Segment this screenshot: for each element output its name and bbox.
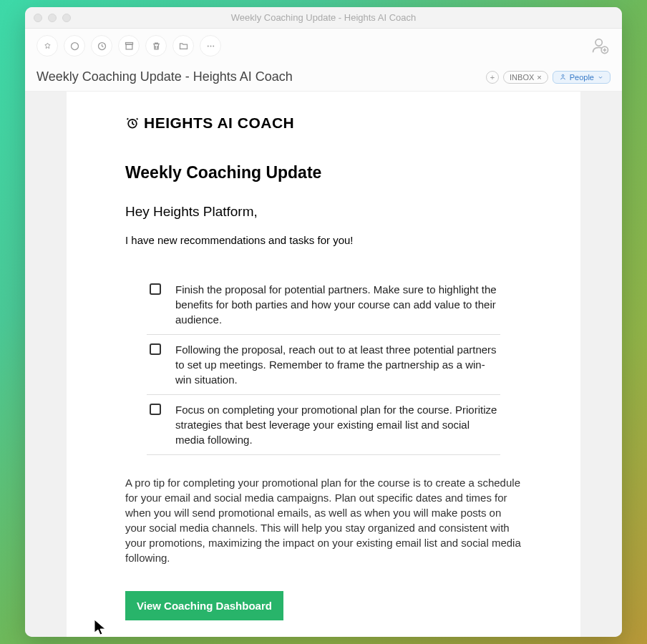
snooze-button[interactable] xyxy=(91,35,112,57)
subject-line: Weekly Coaching Update - Heights AI Coac… xyxy=(37,69,486,84)
svg-point-9 xyxy=(562,74,564,77)
circle-icon xyxy=(69,41,80,52)
contact-button[interactable] xyxy=(590,36,610,56)
people-tag[interactable]: People xyxy=(553,71,610,84)
person-add-icon xyxy=(590,36,610,56)
pin-button[interactable] xyxy=(37,35,58,57)
app-window: Weekly Coaching Update - Heights AI Coac… xyxy=(25,7,622,637)
task-list: Finish the proposal for potential partne… xyxy=(147,275,500,455)
close-window-icon[interactable] xyxy=(34,14,42,22)
folder-icon xyxy=(178,41,189,52)
task-text: Following the proposal, reach out to at … xyxy=(175,342,497,387)
clock-icon xyxy=(97,41,107,52)
trash-icon xyxy=(151,41,162,52)
titlebar: Weekly Coaching Update - Heights AI Coac… xyxy=(25,7,622,29)
archive-icon xyxy=(124,41,135,52)
svg-point-0 xyxy=(71,42,78,49)
checkbox-icon[interactable] xyxy=(150,343,161,355)
checkbox-icon[interactable] xyxy=(150,404,161,415)
header-row: Weekly Coaching Update - Heights AI Coac… xyxy=(25,63,622,92)
more-button[interactable] xyxy=(200,35,221,57)
brand-text: HEIGHTS AI COACH xyxy=(144,114,294,132)
maximize-window-icon[interactable] xyxy=(62,14,71,22)
svg-point-7 xyxy=(595,39,602,46)
trash-button[interactable] xyxy=(145,35,167,57)
person-icon xyxy=(559,73,567,81)
traffic-lights xyxy=(34,14,71,22)
task-row: Focus on completing your promotional pla… xyxy=(147,395,500,455)
task-text: Focus on completing your promotional pla… xyxy=(175,402,497,447)
mark-read-button[interactable] xyxy=(64,35,85,57)
protip-text: A pro tip for completing your promotiona… xyxy=(125,475,522,565)
email-content: HEIGHTS AI COACH Weekly Coaching Update … xyxy=(25,92,622,637)
greeting: Hey Heights Platform, xyxy=(125,204,522,220)
email-title: Weekly Coaching Update xyxy=(125,163,522,182)
alarm-icon xyxy=(125,116,140,130)
brand-logo: HEIGHTS AI COACH xyxy=(125,114,522,132)
svg-rect-3 xyxy=(126,44,132,49)
svg-point-4 xyxy=(207,45,208,47)
chevron-down-icon xyxy=(597,74,604,81)
tags: + INBOX × People xyxy=(486,71,610,84)
svg-point-5 xyxy=(210,45,211,47)
archive-button[interactable] xyxy=(118,35,140,57)
task-row: Following the proposal, reach out to at … xyxy=(147,335,500,395)
people-tag-label: People xyxy=(570,73,594,82)
task-row: Finish the proposal for potential partne… xyxy=(147,275,500,335)
intro-text: I have new recommendations and tasks for… xyxy=(125,234,522,246)
close-icon: × xyxy=(537,73,541,82)
minimize-window-icon[interactable] xyxy=(48,14,57,22)
toolbar xyxy=(25,29,622,63)
folder-button[interactable] xyxy=(172,35,194,57)
inbox-tag[interactable]: INBOX × xyxy=(503,71,548,84)
window-title: Weekly Coaching Update - Heights AI Coac… xyxy=(25,12,622,23)
inbox-tag-label: INBOX xyxy=(510,73,534,82)
add-tag-button[interactable]: + xyxy=(486,71,499,84)
task-text: Finish the proposal for potential partne… xyxy=(175,282,497,327)
view-dashboard-button[interactable]: View Coaching Dashboard xyxy=(125,591,283,620)
checkbox-icon[interactable] xyxy=(150,283,161,295)
email-body: HEIGHTS AI COACH Weekly Coaching Update … xyxy=(67,92,580,637)
more-icon xyxy=(205,41,216,52)
pin-icon xyxy=(42,41,53,52)
svg-point-6 xyxy=(213,45,214,47)
